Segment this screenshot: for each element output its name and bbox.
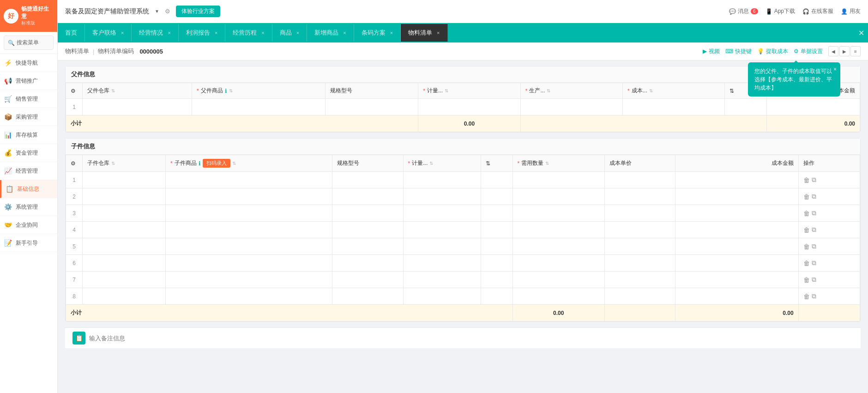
child-unit-cell[interactable] bbox=[403, 238, 481, 255]
child-warehouse-cell[interactable] bbox=[83, 172, 166, 188]
sidebar-item-sales[interactable]: 🛒 销售管理 bbox=[0, 90, 57, 108]
child-product-cell[interactable] bbox=[165, 288, 332, 305]
child-product-cell[interactable] bbox=[165, 172, 332, 188]
tab-close-icon[interactable]: × bbox=[343, 30, 346, 36]
tab-close-icon[interactable]: × bbox=[121, 30, 124, 36]
copy-row-button[interactable]: ⧉ bbox=[812, 259, 816, 267]
copy-row-button[interactable]: ⧉ bbox=[812, 226, 816, 234]
tab-customer[interactable]: 客户联络 × bbox=[85, 24, 132, 42]
child-warehouse-cell[interactable] bbox=[83, 288, 166, 305]
nav-menu-button[interactable]: ≡ bbox=[850, 46, 861, 56]
nav-next-button[interactable]: ▶ bbox=[839, 46, 850, 56]
tab-close-icon[interactable]: × bbox=[215, 30, 217, 36]
child-unit-cell[interactable] bbox=[403, 172, 481, 188]
search-menu-button[interactable]: 🔍 搜索菜单 bbox=[4, 36, 54, 50]
child-product-cell[interactable] bbox=[165, 188, 332, 205]
tab-bom[interactable]: 物料清单 × bbox=[401, 24, 447, 42]
copy-row-button[interactable]: ⧉ bbox=[812, 209, 816, 217]
sidebar-item-marketing[interactable]: 📢 营销推广 bbox=[0, 72, 57, 90]
sidebar-item-operation[interactable]: 📈 经营管理 bbox=[0, 162, 57, 180]
nav-prev-button[interactable]: ◀ bbox=[828, 46, 838, 56]
child-warehouse-cell[interactable] bbox=[83, 205, 166, 222]
child-qty-cell[interactable] bbox=[512, 288, 604, 305]
parent-col-settings[interactable]: ⚙ bbox=[66, 83, 83, 99]
sidebar-item-quick-nav[interactable]: ⚡ 快捷导航 bbox=[0, 54, 57, 72]
child-qty-cell[interactable] bbox=[512, 255, 604, 272]
tab-product[interactable]: 商品 × bbox=[272, 24, 307, 42]
tab-close-icon[interactable]: × bbox=[261, 30, 264, 36]
copy-row-button[interactable]: ⧉ bbox=[812, 242, 816, 250]
tab-new-product[interactable]: 新增商品 × bbox=[307, 24, 354, 42]
child-product-cell[interactable] bbox=[165, 255, 332, 272]
tab-barcode[interactable]: 条码方案 × bbox=[354, 24, 401, 42]
close-all-tabs-button[interactable]: ✕ bbox=[858, 29, 864, 37]
shortcut-button[interactable]: ⌨ 快捷键 bbox=[725, 48, 752, 55]
parent-unit-cell[interactable] bbox=[418, 99, 520, 115]
sidebar-item-finance[interactable]: 💰 资金管理 bbox=[0, 144, 57, 162]
delete-row-button[interactable]: 🗑 bbox=[803, 226, 810, 234]
copy-row-button[interactable]: ⧉ bbox=[812, 176, 816, 184]
tab-close-icon[interactable]: × bbox=[437, 30, 440, 36]
remarks-input[interactable] bbox=[89, 335, 853, 342]
tab-operation-history[interactable]: 经营历程 × bbox=[225, 24, 272, 42]
parent-cost-cell[interactable] bbox=[623, 99, 725, 115]
child-unit-cell[interactable] bbox=[403, 288, 481, 305]
sidebar-item-enterprise[interactable]: 🤝 企业协同 bbox=[0, 216, 57, 234]
message-item[interactable]: 💬 消息 6 bbox=[729, 7, 758, 15]
delete-row-button[interactable]: 🗑 bbox=[803, 193, 810, 200]
child-product-cell[interactable] bbox=[165, 205, 332, 222]
child-qty-cell[interactable] bbox=[512, 222, 604, 238]
footer-icon[interactable]: 📋 bbox=[72, 332, 85, 345]
copy-row-button[interactable]: ⧉ bbox=[812, 292, 816, 300]
child-unit-cell[interactable] bbox=[403, 222, 481, 238]
single-settings-button[interactable]: ⚙ 单据设置 bbox=[794, 48, 823, 55]
child-unit-cell[interactable] bbox=[403, 205, 481, 222]
sidebar-item-basic[interactable]: 📋 基础信息 bbox=[0, 180, 57, 198]
settings-icon[interactable]: ⚙ bbox=[165, 8, 170, 15]
extract-cost-button[interactable]: 💡 提取成本 bbox=[757, 48, 788, 55]
trial-button[interactable]: 体验行业方案 bbox=[176, 6, 220, 17]
tab-profit[interactable]: 利润报告 × bbox=[179, 24, 225, 42]
sidebar-item-inventory[interactable]: 📊 库存核算 bbox=[0, 126, 57, 144]
delete-row-button[interactable]: 🗑 bbox=[803, 259, 810, 267]
child-unit-cell[interactable] bbox=[403, 188, 481, 205]
child-col-settings[interactable]: ⚙ bbox=[66, 155, 83, 172]
copy-row-button[interactable]: ⧉ bbox=[812, 276, 816, 284]
child-qty-cell[interactable] bbox=[512, 272, 604, 288]
child-warehouse-cell[interactable] bbox=[83, 222, 166, 238]
child-warehouse-cell[interactable] bbox=[83, 272, 166, 288]
copy-row-button[interactable]: ⧉ bbox=[812, 193, 816, 200]
child-unit-cell[interactable] bbox=[403, 272, 481, 288]
sidebar-item-system[interactable]: ⚙️ 系统管理 bbox=[0, 198, 57, 216]
child-qty-cell[interactable] bbox=[512, 172, 604, 188]
child-unit-cell[interactable] bbox=[403, 255, 481, 272]
delete-row-button[interactable]: 🗑 bbox=[803, 276, 810, 284]
child-warehouse-cell[interactable] bbox=[83, 188, 166, 205]
tab-close-icon[interactable]: × bbox=[296, 30, 299, 36]
child-product-cell[interactable] bbox=[165, 238, 332, 255]
delete-row-button[interactable]: 🗑 bbox=[803, 176, 810, 184]
child-product-cell[interactable] bbox=[165, 222, 332, 238]
scan-button[interactable]: 扫码录入 bbox=[203, 159, 230, 168]
parent-product-cell[interactable] bbox=[192, 99, 325, 115]
child-qty-cell[interactable] bbox=[512, 188, 604, 205]
online-service-item[interactable]: 🎧 在线客服 bbox=[802, 7, 833, 15]
delete-row-button[interactable]: 🗑 bbox=[803, 242, 810, 250]
sidebar-item-purchase[interactable]: 📦 采购管理 bbox=[0, 108, 57, 126]
delete-row-button[interactable]: 🗑 bbox=[803, 209, 810, 217]
tab-home[interactable]: 首页 bbox=[58, 24, 85, 42]
sidebar-item-guide[interactable]: 📝 新手引导 bbox=[0, 234, 57, 252]
tab-close-icon[interactable]: × bbox=[168, 30, 170, 36]
delete-row-button[interactable]: 🗑 bbox=[803, 292, 810, 300]
parent-warehouse-cell[interactable] bbox=[83, 99, 192, 115]
tooltip-close-button[interactable]: × bbox=[833, 65, 837, 73]
user-item[interactable]: 👤 用友 bbox=[841, 7, 861, 15]
child-warehouse-cell[interactable] bbox=[83, 238, 166, 255]
tab-operation-status[interactable]: 经营情况 × bbox=[132, 24, 178, 42]
view-video-button[interactable]: ▶ 视频 bbox=[703, 48, 720, 55]
child-qty-cell[interactable] bbox=[512, 238, 604, 255]
parent-production-cell[interactable] bbox=[520, 99, 622, 115]
child-warehouse-cell[interactable] bbox=[83, 255, 166, 272]
app-download-item[interactable]: 📱 App下载 bbox=[766, 7, 795, 15]
tab-close-icon[interactable]: × bbox=[390, 30, 393, 36]
